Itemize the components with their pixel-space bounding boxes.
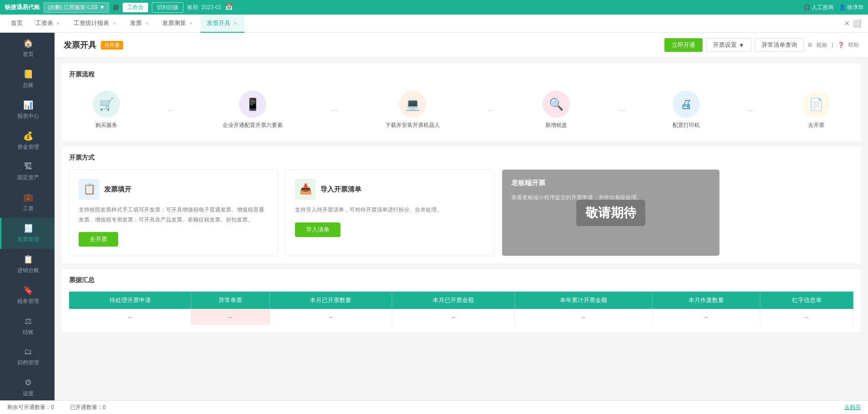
close-all-tabs[interactable]: ✕ [844,19,850,28]
close-invoice-tab[interactable]: × [144,20,150,26]
salary-icon: 💼 [23,192,33,202]
method-card-import: 📥 导入开票清单 支持导入待开票清单，可对待开票清单进行拆分、合并处理。 导入清… [285,169,494,256]
tab-home[interactable]: 首页 [5,15,29,33]
restore-tab[interactable]: ⬜ [853,19,862,28]
purchase-sale-icon: 📋 [23,254,33,264]
summary-val-2: -- [269,309,392,325]
buy-link[interactable]: 去购买 [844,404,861,411]
methods-row: 📋 发票填开 支持按照发票样式手工填写开发票；可开具增值税电子普通发票、增值税普… [69,169,853,256]
sidebar-item-reports[interactable]: 📊 报表中心 [0,95,55,126]
page-actions: 立即开通 开票设置 ▼ 异常清单查询 ⚙ 视频 | ❓ 帮助 [664,38,859,52]
fill-invoice-icon: 📋 [79,179,100,200]
tab-salary-report[interactable]: 工资统计报表 × [67,15,123,33]
methods-section-title: 开票方式 [69,154,853,162]
app-name: 畅捷通易代账 [5,3,40,11]
top-bar: 畅捷通易代账 (勿删) 江西服室-LSS ▼ ⬛ 工作台 切到旧版 账期 202… [0,0,868,15]
sidebar-item-salary[interactable]: 💼 工资 [0,187,55,218]
home-icon: 🏠 [23,38,33,48]
flow-section: 开票流程 🛒 购买服务 ⋯ 📱 企业开通配置开票六要素 ⋯ 💻 下载并安装开票机… [62,63,861,141]
switch-old-btn[interactable]: 切到旧版 [152,2,184,13]
nav-tabs: 首页 工资表 × 工资统计报表 × 发票 × 发票测算 × 发票开具 × ✕ ⬜ [0,15,868,33]
import-list-btn[interactable]: 导入清单 [295,222,340,237]
flow-step-config[interactable]: 📱 企业开通配置开票六要素 [223,91,283,129]
summary-header-3: 本月已开票金额 [392,292,515,309]
table-row: -- -- -- -- -- -- -- [69,309,853,325]
assets-icon: 🏗 [24,162,32,172]
flow-arrow-5: ⋯ [747,105,755,115]
archive-icon: 🗂 [24,347,32,357]
config-printer-icon: 🖨 [673,91,700,118]
import-list-icon: 📥 [295,179,316,200]
workspace-btn[interactable]: 工作台 [123,3,148,12]
flow-section-title: 开票流程 [69,71,853,79]
method-card-old-header: 老板端开票 [502,170,719,193]
company-selector[interactable]: (勿删) 江西服室-LSS ▼ [44,2,109,13]
close-salary-tab[interactable]: × [55,20,61,26]
flow-step-download[interactable]: 💻 下载并安装开票机器人 [385,91,440,129]
method-card-old: 老板端开票 查看老板端小程序提交的开票申请，并作出相应处理。 敬请期待 [502,169,720,256]
quota-info: 剩余可开通数量：0 已开通数量：0 [7,404,106,411]
open-invoice-icon: 📄 [803,91,830,118]
method-card-import-header: 📥 导入开票清单 [295,179,485,200]
tab-invoice-calc[interactable]: 发票测算 × [156,15,200,33]
close-invoice-calc-tab[interactable]: × [188,20,194,26]
summary-header-0: 待处理开票申请 [69,292,191,309]
sidebar-item-settings[interactable]: ⚙ 设置 [0,372,55,400]
tab-salary[interactable]: 工资表 × [29,15,67,33]
sidebar-item-assets[interactable]: 🏗 固定资产 [0,157,55,187]
top-bar-left: 畅捷通易代账 (勿删) 江西服室-LSS ▼ ⬛ 工作台 切到旧版 账期 202… [5,2,233,13]
close-salary-report-tab[interactable]: × [111,20,117,26]
page-title-row: 发票开具 待开通 [64,40,123,50]
sidebar-item-ledger[interactable]: 📒 总账 [0,64,55,95]
tab-invoice-tool[interactable]: 发票开具 × [200,15,244,33]
sidebar: 🏠 首页 📒 总账 📊 报表中心 💰 资金管理 🏗 固定资产 💼 工资 🧾 发票… [0,33,55,400]
sidebar-item-invoice-mgmt[interactable]: 🧾 发票管理 [0,218,55,249]
user-menu[interactable]: 👤 徐淳华 [839,4,863,11]
page-header: 发票开具 待开通 立即开通 开票设置 ▼ 异常清单查询 ⚙ 视频 | ❓ 帮助 [55,33,868,58]
tax-icon: 🔖 [23,285,33,295]
sidebar-item-funds[interactable]: 💰 资金管理 [0,126,55,157]
sidebar-item-tax[interactable]: 🔖 税务管理 [0,280,55,311]
sidebar-item-purchase-sale[interactable]: 📋 进销台账 [0,249,55,280]
sidebar-item-archive[interactable]: 🗂 归档管理 [0,342,55,372]
summary-val-0: -- [69,309,191,325]
funds-icon: 💰 [23,131,33,141]
summary-header-4: 本年累计开票金额 [515,292,652,309]
consult-btn[interactable]: 🎧 人工咨询 [803,4,833,11]
period-label: 账期 2023-02 📅 [187,3,233,11]
tab-close-area: ✕ ⬜ [844,19,863,28]
methods-section: 开票方式 📋 发票填开 支持按照发票样式手工填写开发票；可开具增值税电子普通发票… [62,146,861,263]
help-area: ⚙ 视频 | ❓ 帮助 [808,41,859,49]
summary-val-6: -- [760,309,853,325]
flow-step-buy[interactable]: 🛒 购买服务 [93,91,120,129]
coming-soon-label: 敬请期待 [576,200,645,226]
close-invoice-tool-tab[interactable]: × [233,20,238,26]
bottom-bar: 剩余可开通数量：0 已开通数量：0 去购买 [0,400,868,414]
summary-val-5: -- [652,309,760,325]
abnormal-btn[interactable]: 异常清单查询 [755,38,804,52]
summary-val-1: -- [191,309,269,325]
summary-val-3: -- [392,309,515,325]
flow-step-tax[interactable]: 🔍 新增税盘 [543,91,570,129]
top-bar-right: 🎧 人工咨询 👤 徐淳华 [803,4,863,11]
sidebar-item-reconcile[interactable]: ⚖ 结账 [0,311,55,342]
sidebar-item-home[interactable]: 🏠 首页 [0,33,55,64]
reports-icon: 📊 [23,100,33,110]
flow-step-open[interactable]: 📄 去开票 [803,91,830,129]
flow-arrow-1: ⋯ [167,105,175,115]
settings-btn[interactable]: 开票设置 ▼ [706,38,751,52]
tab-invoice[interactable]: 发票 × [124,15,156,33]
open-now-btn[interactable]: 立即开通 [664,38,703,52]
config-open-icon: 📱 [239,91,266,118]
flow-step-printer[interactable]: 🖨 配置打印机 [673,91,700,129]
reconcile-icon: ⚖ [25,316,32,326]
summary-header-6: 红字信息单 [760,292,853,309]
flow-arrow-2: ⋯ [330,105,338,115]
method-card-fill-header: 📋 发票填开 [79,179,269,200]
summary-table: 待处理开票申请 异常单票 本月已开票数量 本月已开票金额 本年累计开票金额 本月… [69,292,853,325]
summary-header-2: 本月已开票数量 [269,292,392,309]
flow-arrow-4: ⋯ [617,105,625,115]
go-open-invoice-btn[interactable]: 去开票 [79,232,118,247]
summary-header-1: 异常单票 [191,292,269,309]
flow-steps: 🛒 购买服务 ⋯ 📱 企业开通配置开票六要素 ⋯ 💻 下载并安装开票机器人 ⋯ … [69,86,853,134]
